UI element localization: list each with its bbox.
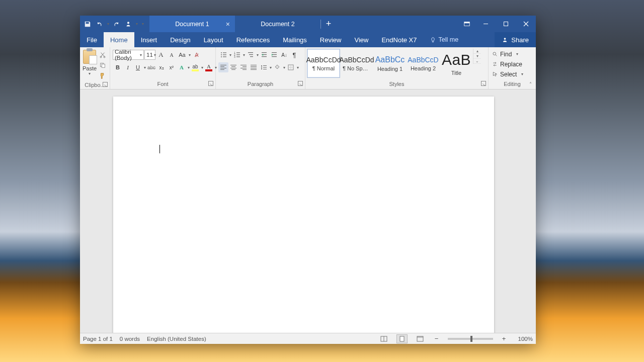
clear-formatting-button[interactable]: A̷ [192,50,202,60]
bold-button[interactable]: B [113,62,123,72]
shrink-font-button[interactable]: A [167,50,177,60]
align-right-button[interactable] [238,62,249,72]
status-words[interactable]: 0 words [120,336,140,342]
superscript-button[interactable]: x² [167,62,177,72]
zoom-level[interactable]: 100% [518,336,533,342]
multilevel-dropdown[interactable] [256,53,259,57]
cut-button[interactable] [98,50,108,60]
format-painter-button[interactable] [98,71,108,81]
tab-endnote[interactable]: EndNote X7 [375,32,423,47]
copy-button[interactable] [98,60,108,70]
style-normal[interactable]: AaBbCcDd¶ Normal [307,49,340,78]
show-marks-button[interactable]: ¶ [289,50,299,60]
numbering-dropdown[interactable] [242,53,246,57]
styles-expand[interactable]: ⌄ [473,59,481,64]
change-case-button[interactable]: Aa [177,50,187,60]
view-print-layout[interactable] [396,334,408,343]
font-dialog-launcher[interactable] [208,81,213,86]
status-page[interactable]: Page 1 of 1 [83,336,113,342]
status-language[interactable]: English (United States) [147,336,206,342]
subscript-button[interactable]: x₂ [156,62,167,72]
view-web-layout[interactable] [415,334,426,343]
tell-me-search[interactable]: Tell me [424,32,465,47]
shading-dropdown[interactable] [282,65,286,70]
styles-scroll-up[interactable]: ▴ [473,49,481,54]
document-page[interactable] [113,97,494,333]
style-heading-1[interactable]: AaBbCcHeading 1 [373,49,407,78]
bullets-dropdown[interactable] [228,53,232,57]
borders-dropdown[interactable] [296,65,299,70]
paste-button[interactable]: Paste [83,49,97,76]
underline-button[interactable]: U [133,62,143,72]
zoom-slider[interactable] [448,338,493,340]
zoom-in-button[interactable]: + [500,335,508,342]
borders-button[interactable] [286,62,296,72]
find-dropdown[interactable] [515,52,519,56]
zoom-slider-thumb[interactable] [470,336,472,342]
style-heading-2[interactable]: AaBbCcDHeading 2 [407,49,440,78]
style-no-spacing[interactable]: AaBbCcDd¶ No Spac... [340,49,373,78]
close-tab-icon[interactable]: × [226,20,230,28]
document-tab-2[interactable]: Document 2 [235,16,320,32]
font-size-combo[interactable]: 11 [144,50,155,60]
decrease-indent-button[interactable] [259,50,269,60]
tab-layout[interactable]: Layout [197,32,230,47]
grow-font-button[interactable]: A [156,50,166,60]
tab-file[interactable]: File [80,32,104,47]
change-case-dropdown[interactable] [188,53,191,57]
qat-customize-dropdown[interactable] [141,22,144,26]
line-spacing-dropdown[interactable] [269,65,272,70]
tab-view[interactable]: View [348,32,375,47]
highlight-dropdown[interactable] [200,65,204,70]
document-tab-1[interactable]: Document 1 × [149,16,235,32]
styles-dialog-launcher[interactable] [481,81,486,86]
tab-insert[interactable]: Insert [134,32,164,47]
touch-mode-button[interactable] [123,19,134,30]
undo-button[interactable] [94,19,105,30]
close-button[interactable] [516,16,536,32]
save-button[interactable] [82,19,93,30]
tab-review[interactable]: Review [313,32,348,47]
tab-references[interactable]: References [230,32,276,47]
multilevel-list-button[interactable] [246,50,256,60]
replace-button[interactable]: Replace [491,59,523,69]
undo-dropdown[interactable] [106,22,110,26]
clipboard-dialog-launcher[interactable] [103,82,108,87]
increase-indent-button[interactable] [269,50,279,60]
line-spacing-button[interactable] [259,62,269,72]
document-workarea[interactable] [80,89,536,333]
highlight-button[interactable]: ab [190,62,200,72]
font-color-button[interactable]: A [204,62,214,72]
tab-mailings[interactable]: Mailings [276,32,313,47]
maximize-button[interactable] [496,16,516,32]
tab-home[interactable]: Home [104,32,134,47]
text-effects-dropdown[interactable] [187,65,190,70]
font-name-combo[interactable]: Calibri (Body) [113,50,144,60]
paragraph-dialog-launcher[interactable] [298,81,303,86]
text-effects-button[interactable]: A [177,62,187,72]
paste-dropdown[interactable] [88,71,92,76]
view-read-mode[interactable] [378,334,389,343]
styles-scroll-down[interactable]: ▾ [473,54,481,59]
tab-design[interactable]: Design [164,32,197,47]
align-left-button[interactable] [218,62,228,72]
zoom-out-button[interactable]: − [433,335,441,342]
select-button[interactable]: Select [491,69,525,79]
shading-button[interactable] [272,62,282,72]
share-button[interactable]: Share [495,32,536,47]
strikethrough-button[interactable]: abc [146,62,156,72]
collapse-ribbon-button[interactable]: ˄ [527,80,534,88]
new-tab-button[interactable]: + [321,16,336,32]
touch-mode-dropdown[interactable] [135,22,138,26]
find-button[interactable]: Find [491,49,520,59]
minimize-button[interactable] [475,16,496,32]
align-center-button[interactable] [228,62,238,72]
italic-button[interactable]: I [123,62,133,72]
ribbon-display-options[interactable] [458,19,475,30]
style-title[interactable]: AaBTitle [440,49,473,78]
redo-button[interactable] [111,19,122,30]
bullets-button[interactable] [218,50,228,60]
underline-dropdown[interactable] [143,65,146,70]
sort-button[interactable]: A↓ [279,50,289,60]
select-dropdown[interactable] [520,72,524,76]
